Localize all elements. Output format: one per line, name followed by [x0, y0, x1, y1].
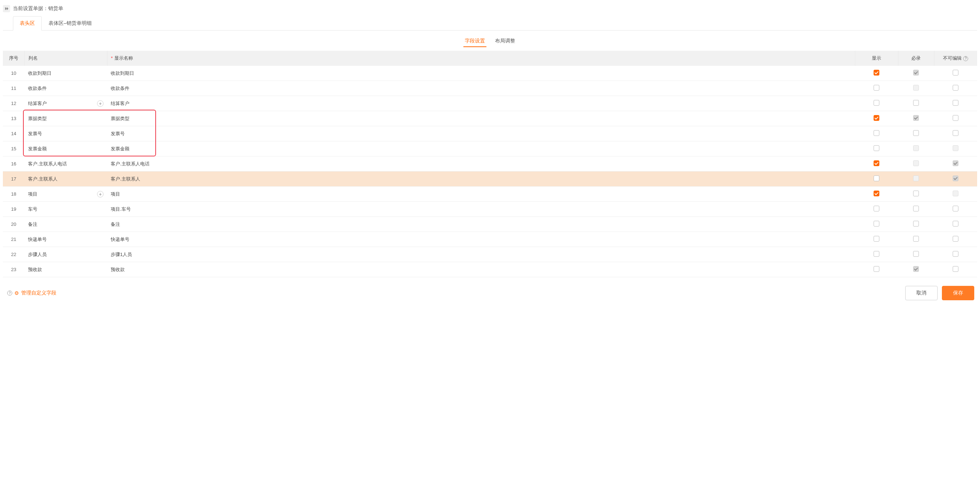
cell-seq: 10 — [3, 66, 24, 81]
cell-name: 客户.主联系人 — [24, 172, 107, 186]
locked-checkbox — [953, 175, 958, 181]
cell-required — [898, 156, 934, 172]
cell-show — [855, 111, 898, 126]
cell-display-name[interactable]: 结算客户 — [107, 96, 855, 111]
gear-icon: ⚙ — [14, 290, 19, 296]
locked-checkbox[interactable] — [953, 221, 958, 226]
cell-seq: 19 — [3, 202, 24, 217]
field-name: 备注 — [28, 221, 37, 228]
th-locked: 不可编辑? — [934, 51, 977, 66]
table-row: 21快递单号快递单号 — [3, 232, 977, 247]
show-checkbox[interactable] — [873, 191, 879, 196]
locked-checkbox[interactable] — [953, 251, 958, 257]
show-checkbox[interactable] — [873, 145, 879, 151]
outer-tab-0[interactable]: 表头区 — [13, 16, 42, 30]
th-name: 列名 — [24, 51, 107, 66]
field-name: 项目 — [28, 191, 37, 197]
cell-locked — [934, 232, 977, 247]
cell-display-name[interactable]: 备注 — [107, 217, 855, 232]
cell-seq: 17 — [3, 172, 24, 186]
required-checkbox[interactable] — [913, 251, 919, 257]
required-checkbox[interactable] — [913, 191, 919, 196]
cell-display-name[interactable]: 项目 — [107, 186, 855, 202]
sub-tab-0[interactable]: 字段设置 — [463, 36, 487, 47]
cell-display-name[interactable]: 发票金额 — [107, 141, 855, 156]
locked-checkbox[interactable] — [953, 70, 958, 75]
expand-button[interactable]: + — [97, 100, 103, 107]
locked-checkbox[interactable] — [953, 100, 958, 106]
sub-tabs: 字段设置布局调整 — [3, 30, 977, 49]
cell-display-name[interactable]: 收款条件 — [107, 81, 855, 96]
show-checkbox[interactable] — [873, 236, 879, 242]
cell-display-name[interactable]: 步骤1人员 — [107, 247, 855, 262]
cell-display-name[interactable]: 发票号 — [107, 126, 855, 141]
locked-checkbox[interactable] — [953, 236, 958, 242]
required-checkbox[interactable] — [913, 236, 919, 242]
cell-locked — [934, 126, 977, 141]
help-icon[interactable]: ? — [963, 56, 968, 61]
sub-tab-1[interactable]: 布局调整 — [493, 36, 517, 47]
show-checkbox[interactable] — [873, 160, 879, 166]
cell-seq: 22 — [3, 247, 24, 262]
show-checkbox[interactable] — [873, 206, 879, 212]
show-checkbox[interactable] — [873, 115, 879, 121]
cell-display-name[interactable]: 收款到期日 — [107, 66, 855, 81]
save-button[interactable]: 保存 — [942, 286, 974, 300]
cancel-button[interactable]: 取消 — [905, 286, 937, 300]
required-checkbox — [913, 160, 919, 166]
cell-display-name[interactable]: 预收款 — [107, 262, 855, 277]
cell-display-name[interactable]: 客户.主联系人 — [107, 172, 855, 186]
locked-checkbox[interactable] — [953, 130, 958, 136]
page-title-doc: 销货单 — [48, 5, 63, 11]
cell-seq: 18 — [3, 186, 24, 202]
table-row: 11收款条件收款条件 — [3, 81, 977, 96]
required-checkbox[interactable] — [913, 100, 919, 106]
required-checkbox[interactable] — [913, 130, 919, 136]
show-checkbox[interactable] — [873, 221, 879, 226]
show-checkbox[interactable] — [873, 85, 879, 91]
show-checkbox[interactable] — [873, 70, 879, 75]
required-checkbox — [913, 85, 919, 91]
table-row: 12结算客户+结算客户 — [3, 96, 977, 111]
show-checkbox[interactable] — [873, 130, 879, 136]
locked-checkbox[interactable] — [953, 266, 958, 272]
expand-button[interactable]: + — [97, 191, 103, 197]
page-title: 当前设置单据：销货单 — [13, 5, 63, 12]
required-mark: * — [111, 56, 113, 61]
cell-locked — [934, 156, 977, 172]
cell-display-name[interactable]: 票据类型 — [107, 111, 855, 126]
cell-required — [898, 247, 934, 262]
cell-show — [855, 156, 898, 172]
cell-name: 步骤人员 — [24, 247, 107, 262]
th-seq: 序号 — [3, 51, 24, 66]
locked-checkbox[interactable] — [953, 85, 958, 91]
locked-checkbox[interactable] — [953, 115, 958, 121]
cell-name: 收款条件 — [24, 81, 107, 96]
cell-display-name[interactable]: 客户.主联系人电话 — [107, 156, 855, 172]
required-checkbox[interactable] — [913, 221, 919, 226]
table-row: 22步骤人员步骤1人员 — [3, 247, 977, 262]
th-display: *显示名称 — [107, 51, 855, 66]
outer-tab-1[interactable]: 表体区–销货单明细 — [42, 16, 99, 30]
collapse-button[interactable] — [3, 5, 10, 12]
th-show: 显示 — [855, 51, 898, 66]
show-checkbox[interactable] — [873, 100, 879, 106]
locked-checkbox[interactable] — [953, 206, 958, 212]
locked-checkbox — [953, 145, 958, 151]
show-checkbox[interactable] — [873, 175, 879, 181]
cell-display-name[interactable]: 快递单号 — [107, 232, 855, 247]
cell-required — [898, 96, 934, 111]
manage-custom-fields-link[interactable]: 管理自定义字段 — [21, 290, 56, 296]
show-checkbox[interactable] — [873, 266, 879, 272]
required-checkbox[interactable] — [913, 206, 919, 212]
field-name: 预收款 — [28, 266, 42, 273]
cell-seq: 11 — [3, 81, 24, 96]
cell-show — [855, 141, 898, 156]
cell-locked — [934, 81, 977, 96]
th-locked-text: 不可编辑 — [943, 56, 962, 61]
help-icon[interactable]: ? — [7, 291, 12, 296]
show-checkbox[interactable] — [873, 251, 879, 257]
cell-name: 结算客户+ — [24, 96, 107, 111]
cell-name: 预收款 — [24, 262, 107, 277]
cell-display-name[interactable]: 项目.车号 — [107, 202, 855, 217]
